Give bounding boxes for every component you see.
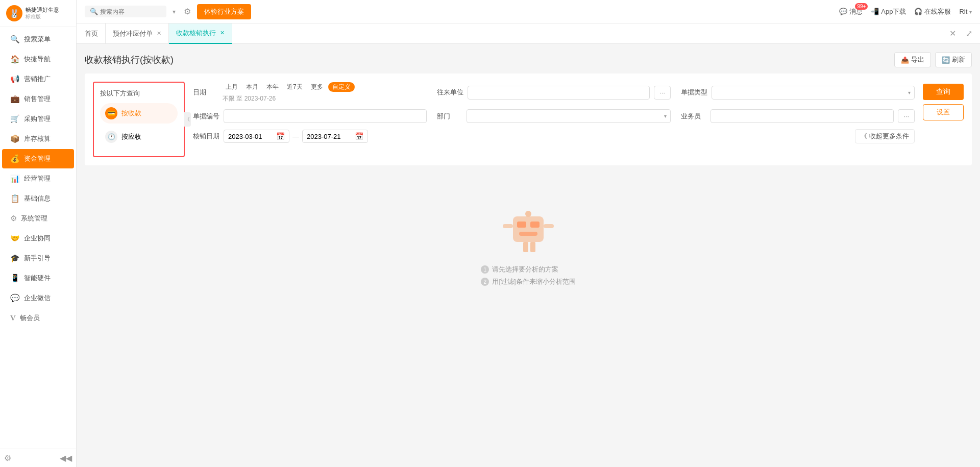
counterparty-label: 往来单位 (437, 88, 463, 97)
home-icon: 🏠 (10, 55, 20, 64)
system-icon: ⚙ (10, 214, 17, 223)
topbar-search-box[interactable]: 🔍 (85, 6, 166, 17)
empty-state-text: 1 请先选择要分析的方案 2 用[过滤]条件来缩小分析范围 (481, 265, 575, 286)
filter-option-by-receivable[interactable]: 🕐 按应收 (100, 127, 178, 147)
filter-verify-date-field: 核销日期 📅 — 📅 (193, 130, 368, 143)
sidebar-item-label: 库存核算 (24, 134, 51, 143)
search-input[interactable] (100, 8, 161, 15)
filter-docnumber-field: 单据编号 (193, 109, 427, 123)
empty-state: 1 请先选择要分析的方案 2 用[过滤]条件来缩小分析范围 (85, 165, 972, 327)
tab-collection[interactable]: 收款核销执行 ✕ (169, 23, 232, 44)
tab-close-prepay[interactable]: ✕ (157, 30, 161, 37)
tab-close-collection[interactable]: ✕ (220, 30, 225, 36)
verify-date-start-wrap: 📅 (224, 130, 289, 143)
calendar-end-icon[interactable]: 📅 (355, 132, 363, 140)
sidebar-item-label: 销售管理 (24, 94, 51, 104)
topbar-right: 💬 消息 99+ 📲 App下载 🎧 在线客服 Rit ▾ (839, 7, 972, 16)
sidebar-item-collab[interactable]: 🤝 企业协同 (2, 229, 74, 248)
finance-icon: 💰 (10, 154, 20, 163)
verify-date-start-input[interactable] (228, 133, 274, 140)
message-button[interactable]: 💬 消息 99+ (839, 7, 863, 16)
tab-label: 预付冲应付单 (113, 29, 153, 38)
docnumber-input[interactable] (224, 109, 427, 123)
svg-rect-1 (517, 222, 526, 228)
app-download-button[interactable]: 📲 App下载 (871, 7, 906, 16)
sidebar-item-search[interactable]: 🔍 搜索菜单 (2, 30, 74, 49)
verify-date-end-input[interactable] (307, 133, 353, 140)
doctype-select[interactable] (712, 86, 915, 100)
sidebar-item-member[interactable]: V 畅会员 (2, 308, 74, 328)
calendar-start-icon[interactable]: 📅 (276, 132, 285, 140)
svg-rect-9 (544, 224, 554, 228)
date-last-month[interactable]: 上月 (223, 82, 241, 92)
date-more[interactable]: 更多 (308, 82, 326, 92)
sidebar-item-hardware[interactable]: 📱 智能硬件 (2, 268, 74, 288)
sidebar-item-label: 智能硬件 (24, 274, 51, 283)
collapse-panel-button[interactable]: 《 (184, 112, 191, 127)
query-button[interactable]: 查询 (923, 84, 964, 100)
more-conditions-button[interactable]: 《 收起更多条件 (855, 129, 915, 143)
sidebar-item-marketing[interactable]: 📢 营销推广 (2, 69, 74, 89)
app-version: 标准版 (26, 13, 59, 20)
empty-num-2: 2 (481, 278, 489, 286)
topbar: 🔍 ▾ ⚙ 体验行业方案 💬 消息 99+ 📲 App下载 🎧 在线客服 Ri (77, 0, 980, 23)
filter-row-3: 核销日期 📅 — 📅 (193, 129, 915, 143)
sidebar: 🐰 畅捷通好生意 标准版 🔍 搜索菜单 🏠 快捷导航 📢 营销推广 💼 销售管理… (0, 0, 77, 467)
sidebar-item-system[interactable]: ⚙ 系统管理 (2, 209, 74, 228)
tab-home[interactable]: 首页 (81, 23, 106, 44)
salesperson-input[interactable] (710, 109, 894, 123)
receivable-icon: 🕐 (105, 131, 117, 143)
solution-button[interactable]: 体验行业方案 (197, 4, 251, 19)
collapse-sidebar-icon[interactable]: ◀◀ (60, 453, 72, 463)
svg-rect-8 (503, 224, 513, 228)
close-tab-button[interactable]: ✕ (945, 27, 960, 41)
svg-rect-2 (530, 222, 540, 228)
logo-icon: 🐰 (6, 5, 22, 21)
sidebar-item-finance[interactable]: 💰 资金管理 (2, 149, 74, 168)
tab-prepay[interactable]: 预付冲应付单 ✕ (106, 23, 169, 44)
filter-option-by-receipt[interactable]: 💳 按收款 (100, 103, 178, 124)
tab-label: 首页 (85, 29, 98, 38)
date-this-month[interactable]: 本月 (243, 82, 261, 92)
salesperson-ellipsis-button[interactable]: ··· (898, 109, 915, 123)
refresh-button[interactable]: 🔄 刷新 (935, 52, 972, 67)
user-profile[interactable]: Rit ▾ (959, 8, 972, 15)
sidebar-item-wechat[interactable]: 💬 企业微信 (2, 288, 74, 308)
date-7days[interactable]: 近7天 (284, 82, 306, 92)
date-this-year[interactable]: 本年 (263, 82, 282, 92)
counterparty-ellipsis-button[interactable]: ··· (654, 86, 671, 100)
sidebar-item-guide[interactable]: 🎓 新手引导 (2, 249, 74, 268)
service-icon: 🎧 (914, 8, 922, 15)
sidebar-item-purchase[interactable]: 🛒 采购管理 (2, 109, 74, 129)
sidebar-item-label: 系统管理 (21, 214, 47, 223)
filter-panel-title: 按以下方查询 (100, 89, 178, 98)
sidebar-item-nav[interactable]: 🏠 快捷导航 (2, 50, 74, 69)
gear-icon[interactable]: ⚙ (184, 7, 191, 16)
sidebar-logo: 🐰 畅捷通好生意 标准版 (0, 0, 76, 27)
sidebar-item-label: 资金管理 (24, 154, 51, 163)
sidebar-item-label: 快捷导航 (24, 55, 51, 64)
sidebar-item-inventory[interactable]: 📦 库存核算 (2, 129, 74, 149)
filter-option-label: 按应收 (121, 132, 141, 141)
dept-select[interactable] (467, 109, 671, 123)
main-content: 🔍 ▾ ⚙ 体验行业方案 💬 消息 99+ 📲 App下载 🎧 在线客服 Ri (77, 0, 980, 467)
filter-salesperson-field: 业务员 ··· (681, 109, 915, 123)
sidebar-item-sales[interactable]: 💼 销售管理 (2, 89, 74, 109)
inventory-icon: 📦 (10, 134, 20, 143)
sidebar-item-operations[interactable]: 📊 经营管理 (2, 169, 74, 188)
date-custom-badge[interactable]: 自定义 (328, 82, 355, 92)
salesperson-label: 业务员 (681, 112, 706, 121)
chevron-down-icon[interactable]: ▾ (173, 8, 176, 15)
marketing-icon: 📢 (10, 75, 20, 84)
sidebar-menu: 🔍 搜索菜单 🏠 快捷导航 📢 营销推广 💼 销售管理 🛒 采购管理 📦 库存核… (0, 27, 76, 449)
filter-counterparty-field: 往来单位 ··· (437, 82, 671, 103)
counterparty-input[interactable] (468, 86, 650, 100)
sidebar-item-basics[interactable]: 📋 基础信息 (2, 189, 74, 208)
export-button[interactable]: 📤 导出 (894, 52, 931, 67)
filter-fields: 日期 上月 本月 本年 近7天 更多 自定义 不限 至 2023-07-26 (193, 82, 915, 157)
verify-date-end-wrap: 📅 (302, 130, 368, 143)
online-service-button[interactable]: 🎧 在线客服 (914, 7, 951, 16)
filter-settings-button[interactable]: 设置 (923, 104, 964, 120)
expand-tab-button[interactable]: ⤢ (962, 27, 976, 41)
settings-footer-icon[interactable]: ⚙ (4, 453, 11, 463)
